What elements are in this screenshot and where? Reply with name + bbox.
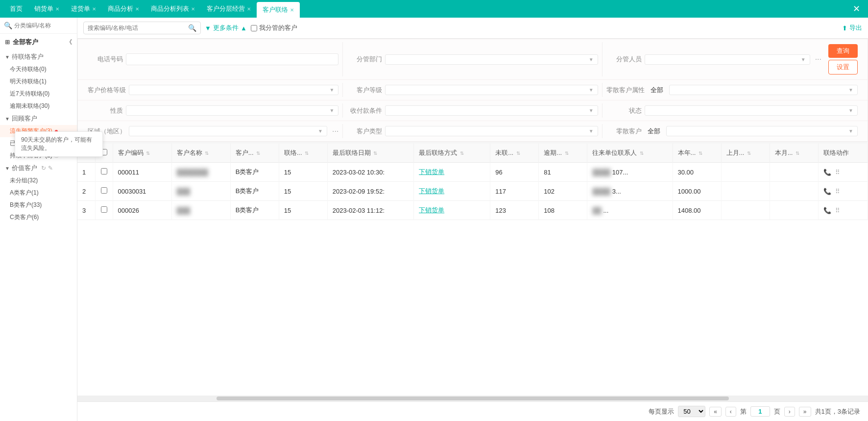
sort-this-month[interactable]: ⇅	[796, 150, 799, 156]
search-input[interactable]	[88, 25, 188, 31]
row1-this-month	[770, 163, 818, 182]
tab-product-list[interactable]: 商品分析列表 ✕	[145, 1, 201, 16]
close-sales-tab[interactable]: ✕	[55, 6, 59, 12]
close-customer-contact-tab[interactable]: ✕	[290, 7, 294, 13]
close-product-list-tab[interactable]: ✕	[191, 6, 195, 12]
row1-phone-icon[interactable]: 📞	[823, 169, 831, 176]
close-product-analysis-tab[interactable]: ✕	[135, 6, 139, 12]
sidebar-group-pending[interactable]: ▼ 待联络客户	[0, 50, 77, 63]
input-phone[interactable]	[126, 53, 338, 65]
row3-phone-icon[interactable]: 📞	[823, 207, 831, 214]
row1-checkbox[interactable]	[101, 168, 107, 174]
churn-tooltip: 90天未交易的客户，可能有流失风险。	[15, 131, 77, 157]
row3-more-icon[interactable]: ⠿	[835, 207, 840, 214]
select-payment[interactable]: ▼	[385, 105, 598, 116]
export-btn[interactable]: ⬆ 导出	[842, 24, 862, 32]
query-button[interactable]: 查询	[828, 44, 858, 58]
row3-last-month	[721, 201, 770, 220]
sidebar-item-class-b[interactable]: B类客户(33)	[0, 199, 77, 211]
sidebar-item-tomorrow[interactable]: 明天待联络(1)	[0, 75, 77, 88]
my-customers-checkbox-wrap[interactable]: 我分管的客户	[251, 24, 297, 32]
select-cust-grade[interactable]: ▼	[385, 85, 598, 95]
tab-sales[interactable]: 销货单 ✕	[28, 1, 65, 16]
page-size-select[interactable]: 50 100 200	[678, 406, 705, 417]
row1-last-month	[721, 163, 770, 182]
sidebar-search-input[interactable]	[14, 22, 73, 29]
sidebar-item-7days[interactable]: 近7天待联络(0)	[0, 88, 77, 100]
tab-customer-contact[interactable]: 客户联络 ✕	[257, 2, 300, 18]
more-conditions-btn[interactable]: ▼ 更多条件 ▲	[205, 24, 247, 32]
sort-code[interactable]: ⇅	[146, 150, 150, 156]
close-purchase-tab[interactable]: ✕	[92, 6, 96, 12]
tab-home[interactable]: 首页	[4, 1, 28, 16]
sidebar-item-class-c[interactable]: C类客户(6)	[0, 211, 77, 223]
person-dots[interactable]: ···	[815, 55, 821, 64]
prev-page-btn[interactable]: ‹	[725, 407, 736, 417]
sort-last-date[interactable]: ⇅	[373, 150, 377, 156]
row3-checkbox-td[interactable]	[95, 201, 113, 220]
sort-last-month[interactable]: ⇅	[747, 150, 751, 156]
row3-actions: 📞 ⠿	[818, 201, 868, 220]
row3-checkbox[interactable]	[101, 206, 107, 213]
last-page-btn[interactable]: »	[799, 407, 811, 417]
sort-type[interactable]: ⇅	[256, 150, 260, 156]
sort-unit-contact[interactable]: ⇅	[640, 150, 644, 156]
page-number-input[interactable]	[750, 406, 770, 417]
sort-overdue[interactable]: ⇅	[565, 150, 569, 156]
sidebar-group-value[interactable]: ▼ 价值客户 ↻ ✎	[0, 162, 77, 174]
scrollbar-thumb[interactable]	[217, 396, 729, 400]
row1-more-icon[interactable]: ⠿	[835, 169, 840, 176]
sidebar-search-icon: 🔍	[4, 22, 12, 29]
tab-purchase[interactable]: 进货单 ✕	[65, 1, 102, 16]
close-customer-tier-tab[interactable]: ✕	[247, 6, 251, 12]
value-edit-icon[interactable]: ✎	[48, 165, 53, 172]
select-nature[interactable]: ▼	[126, 105, 338, 116]
sort-this-year[interactable]: ⇅	[699, 150, 702, 156]
my-customers-checkbox[interactable]	[251, 25, 257, 31]
select-person[interactable]: ▼	[645, 54, 810, 65]
sidebar-collapse-btn[interactable]: 《	[66, 38, 72, 47]
first-page-btn[interactable]: «	[709, 407, 722, 417]
sidebar-all-customers[interactable]: ⊞ 全部客户 《	[0, 34, 77, 50]
sort-name[interactable]: ⇅	[205, 150, 209, 156]
sidebar-item-class-a[interactable]: A类客户(1)	[0, 187, 77, 199]
tab-product-analysis[interactable]: 商品分析 ✕	[102, 1, 145, 16]
filter-row-4: 区域（地区） ▼ ··· 客户类型 ▼ 零散客户 全部	[78, 121, 868, 141]
row1-checkbox-td[interactable]	[95, 163, 113, 182]
tab-customer-tier[interactable]: 客户分层经营 ✕	[201, 1, 257, 16]
sort-not-contacted[interactable]: ⇅	[516, 150, 520, 156]
row3-not-contacted: 123	[490, 201, 539, 220]
select-status[interactable]: ▼	[645, 105, 858, 116]
row2-more-icon[interactable]: ⠿	[835, 188, 840, 195]
sidebar-group-review[interactable]: ▼ 回顾客户	[0, 112, 77, 125]
label-phone: 电话号码	[88, 55, 123, 64]
search-icon-btn[interactable]: 🔍	[188, 24, 196, 32]
sort-contact[interactable]: ⇅	[305, 150, 309, 156]
region-dots[interactable]: ···	[332, 127, 338, 136]
col-last-date: 最后联络日期 ⇅	[327, 144, 413, 163]
select-dept[interactable]: ▼	[385, 54, 598, 65]
value-refresh-icon[interactable]: ↻	[41, 165, 46, 172]
row1-this-year: 30.00	[673, 163, 721, 182]
horizontal-scrollbar[interactable]	[77, 396, 868, 401]
row1-type: B类客户	[230, 163, 279, 182]
next-page-btn[interactable]: ›	[784, 407, 795, 417]
page-label-2: 页	[774, 407, 780, 416]
settings-button[interactable]: 设置	[828, 60, 858, 74]
col-last-way: 最后联络方式 ⇅	[414, 144, 490, 163]
select-cust-type[interactable]: ▼	[385, 126, 598, 136]
row2-checkbox-td[interactable]	[95, 182, 113, 201]
select-region[interactable]: ▼	[129, 126, 327, 136]
filter-row-3: 性质 ▼ 收付款条件 ▼ 状态	[78, 100, 868, 121]
row1-code: 000011	[113, 163, 171, 182]
select-retail-attr[interactable]: ▼	[669, 85, 858, 95]
select-price-grade[interactable]: ▼	[129, 85, 338, 95]
sidebar-item-overdue-contact[interactable]: 逾期未联络(30)	[0, 100, 77, 112]
row2-checkbox[interactable]	[101, 187, 107, 194]
sidebar-item-today[interactable]: 今天待联络(0)	[0, 63, 77, 75]
sidebar-item-ungroup[interactable]: 未分组(32)	[0, 174, 77, 187]
sort-last-way[interactable]: ⇅	[460, 150, 464, 156]
select-retail-cust[interactable]: ▼	[666, 126, 858, 136]
row2-phone-icon[interactable]: 📞	[823, 188, 831, 195]
close-all-button[interactable]: ✕	[849, 1, 864, 16]
